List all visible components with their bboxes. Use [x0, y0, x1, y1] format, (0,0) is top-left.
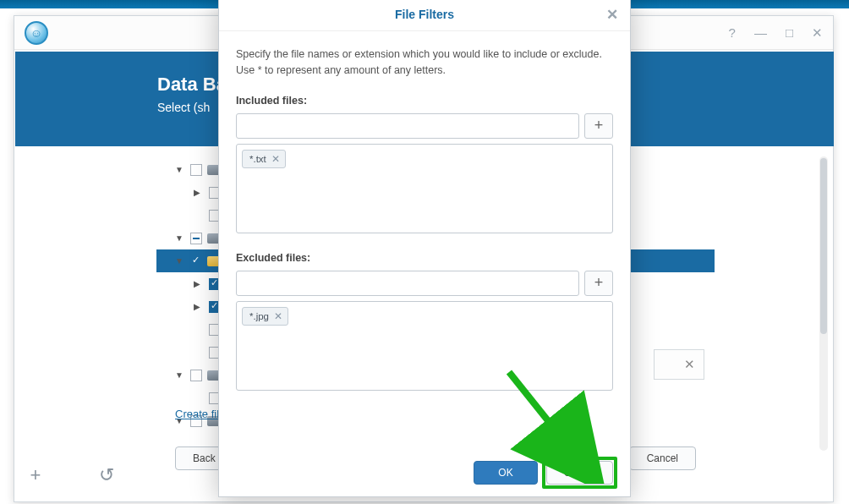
- dialog-title: File Filters: [395, 8, 454, 21]
- checkbox[interactable]: [190, 233, 202, 244]
- filter-strip: ✕: [654, 349, 704, 380]
- dialog-titlebar: File Filters ✕: [219, 0, 630, 31]
- history-button[interactable]: ↺: [90, 458, 123, 492]
- help-icon[interactable]: ?: [729, 25, 736, 41]
- app-logo-icon: ☺: [25, 21, 48, 45]
- chevron-right-icon[interactable]: ▶: [194, 188, 202, 197]
- excluded-add-button[interactable]: +: [584, 271, 613, 296]
- tree-scrollbar[interactable]: [819, 156, 828, 451]
- maximize-icon[interactable]: □: [786, 25, 793, 41]
- dialog-close-icon[interactable]: ✕: [606, 6, 618, 24]
- add-button[interactable]: +: [19, 458, 52, 492]
- chip-label: *.txt: [249, 154, 266, 164]
- chip-remove-icon[interactable]: ✕: [274, 310, 282, 322]
- app-sidebar-buttons: + ↺: [19, 458, 123, 492]
- chevron-down-icon[interactable]: ▼: [175, 370, 183, 380]
- included-input[interactable]: [236, 113, 579, 139]
- dialog-description: Specify the file names or extension whic…: [236, 47, 613, 79]
- filter-chip[interactable]: *.txt✕: [242, 150, 286, 168]
- dialog-body: Specify the file names or extension whic…: [219, 31, 630, 449]
- checkbox[interactable]: [190, 164, 202, 176]
- checkbox[interactable]: [190, 255, 202, 267]
- included-label: Included files:: [236, 95, 613, 107]
- file-filters-dialog: File Filters ✕ Specify the file names or…: [218, 0, 631, 497]
- chip-label: *.jpg: [249, 311, 269, 321]
- checkbox[interactable]: [190, 370, 202, 381]
- close-icon[interactable]: ✕: [812, 25, 823, 41]
- ok-button[interactable]: OK: [474, 461, 537, 485]
- dialog-footer: OK Cancel: [219, 449, 630, 496]
- included-chip-box[interactable]: *.txt✕: [236, 144, 613, 233]
- chevron-right-icon[interactable]: ▶: [194, 279, 202, 288]
- filter-strip-close-icon[interactable]: ✕: [684, 357, 695, 372]
- chevron-down-icon[interactable]: ▼: [175, 256, 183, 266]
- chevron-down-icon[interactable]: ▼: [175, 233, 183, 243]
- excluded-chip-box[interactable]: *.jpg✕: [236, 301, 613, 391]
- excluded-input[interactable]: [236, 271, 579, 296]
- minimize-icon[interactable]: —: [754, 25, 767, 41]
- chip-remove-icon[interactable]: ✕: [271, 153, 280, 165]
- filter-chip[interactable]: *.jpg✕: [242, 307, 288, 326]
- chevron-down-icon[interactable]: ▼: [175, 165, 183, 174]
- excluded-label: Excluded files:: [236, 252, 613, 264]
- cancel-button[interactable]: Cancel: [546, 461, 613, 485]
- included-add-button[interactable]: +: [584, 113, 613, 139]
- window-controls: ? — □ ✕: [729, 25, 823, 41]
- chevron-right-icon[interactable]: ▶: [194, 302, 202, 311]
- wizard-cancel-button[interactable]: Cancel: [629, 446, 696, 470]
